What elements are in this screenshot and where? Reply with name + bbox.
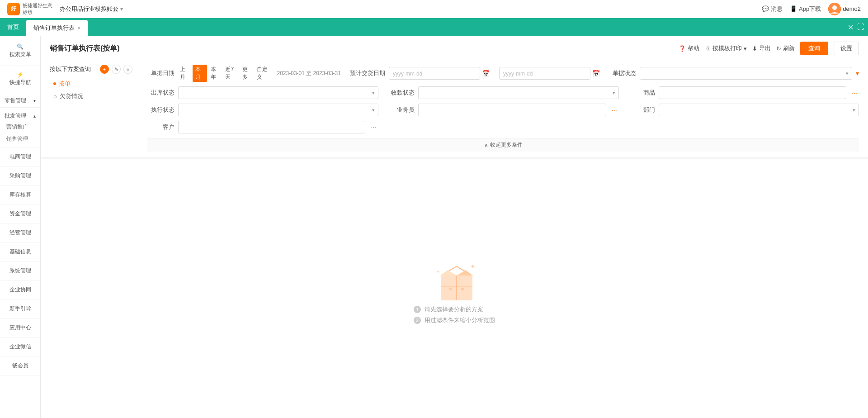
sidebar-item-ecom[interactable]: 电商管理	[0, 149, 40, 164]
app-download-button[interactable]: 📱 App下载	[790, 5, 821, 13]
setting-button[interactable]: 设置	[834, 42, 859, 55]
export-button[interactable]: ⬇ 导出	[752, 44, 771, 52]
sidebar-wholesale-header[interactable]: 批发管理 ▴	[0, 109, 40, 121]
message-button[interactable]: 💬 消息	[762, 5, 783, 13]
outstatus-select-wrapper	[178, 86, 378, 99]
tab-close-all-button[interactable]: ✕	[848, 23, 854, 32]
date-shortcuts: 上月 本月 本年 近7天 更多 自定义	[178, 65, 273, 82]
salesman-picker-button[interactable]: ···	[610, 106, 619, 114]
expected-date-label: 预计交货日期	[350, 69, 385, 77]
calendar-from-icon[interactable]: 📅	[482, 70, 490, 77]
sidebar-search-button[interactable]: 🔍 搜索菜单	[5, 40, 36, 62]
goods-picker-button[interactable]: ···	[850, 89, 859, 96]
status-select[interactable]	[640, 67, 852, 80]
filter-field-expected-date: 预计交货日期 📅 — 📅	[350, 67, 600, 80]
scheme-item-按单[interactable]: 按单	[50, 77, 132, 90]
empty-state: ✦ ✦ 1 请先选择要分析的方案 2 用过滤条件来缩小分析范围	[414, 253, 495, 324]
execstatus-select-wrapper	[178, 104, 378, 116]
print-button[interactable]: 🖨 按模板打印 ▾	[705, 44, 747, 52]
sidebar-item-finance[interactable]: 资金管理	[0, 206, 40, 221]
tab-bar-actions: ✕ ⛶	[848, 23, 864, 32]
customer-label: 客户	[147, 123, 175, 131]
date-shortcut-7days[interactable]: 近7天	[223, 65, 239, 82]
user-area[interactable]: demo2	[828, 3, 861, 15]
sidebar-member-section: 畅会员	[0, 356, 40, 375]
top-bar-right: 💬 消息 📱 App下载 demo2	[762, 3, 861, 15]
sidebar-item-system[interactable]: 系统管理	[0, 263, 40, 278]
message-icon: 💬	[762, 5, 769, 12]
goods-label: 商品	[628, 89, 655, 97]
breadcrumb: 办公用品行业模拟账套 ▾	[60, 5, 123, 13]
sidebar-enterprise-section: 企业协同	[0, 280, 40, 299]
sidebar-item-newbie[interactable]: 新手引导	[0, 301, 40, 316]
scheme-item-欠货情况[interactable]: ○ 欠货情况	[50, 90, 132, 103]
edit-scheme-button[interactable]: ✎	[112, 65, 121, 74]
top-bar: 好 畅捷通好生意 标版 办公用品行业模拟账套 ▾ 💬 消息 📱 App下载 de…	[0, 0, 868, 18]
sidebar-operation-section: 经营管理	[0, 223, 40, 242]
filter-left-actions: + ✎ «	[100, 65, 132, 74]
refresh-button[interactable]: ↻ 刷新	[776, 44, 795, 52]
date-shortcut-more[interactable]: 更多	[241, 65, 253, 82]
date-shortcut-last-month[interactable]: 上月	[178, 65, 191, 82]
sidebar-item-purchase[interactable]: 采购管理	[0, 168, 40, 183]
tab-sales-order[interactable]: 销售订单执行表 ×	[26, 20, 88, 36]
receipt-select[interactable]	[418, 86, 618, 99]
sidebar-newbie-section: 新手引导	[0, 299, 40, 318]
tab-home[interactable]: 首页	[0, 18, 26, 36]
sidebar-item-enterprise[interactable]: 企业协同	[0, 282, 40, 297]
date-shortcut-custom[interactable]: 自定义	[255, 65, 272, 82]
quick-nav-icon: ⚡	[17, 71, 24, 78]
chevron-down-icon: ▾	[33, 98, 36, 103]
expected-date-from[interactable]	[389, 67, 480, 80]
status-select-wrapper	[640, 67, 852, 80]
sidebar-item-appcenter[interactable]: 应用中心	[0, 320, 40, 335]
user-name: demo2	[843, 5, 861, 12]
filter-right-panel: 单据日期 上月 本月 本年 近7天 更多 自定义 2023-03-01 至 20…	[140, 65, 859, 152]
active-scheme-indicator	[53, 82, 56, 85]
sidebar-item-inventory[interactable]: 库存核算	[0, 187, 40, 202]
date-shortcut-this-month[interactable]: 本月	[193, 65, 207, 82]
execstatus-select[interactable]	[178, 104, 378, 116]
sidebar-wholesale-section: 批发管理 ▴ 营销推广 销售管理	[0, 108, 40, 147]
tab-expand-button[interactable]: ⛶	[857, 23, 864, 32]
help-button[interactable]: ❓ 帮助	[679, 44, 699, 52]
sidebar-item-basic[interactable]: 基础信息	[0, 244, 40, 259]
dept-select[interactable]	[659, 104, 859, 116]
svg-point-5	[449, 288, 452, 290]
filter-field-customer: 客户 ···	[147, 121, 378, 133]
filter-field-receipt: 收款状态	[387, 86, 618, 99]
customer-input[interactable]	[178, 121, 365, 133]
date-shortcut-this-year[interactable]: 本年	[209, 65, 222, 82]
sidebar-item-marketing[interactable]: 营销推广	[0, 121, 40, 133]
content-area: 销售订单执行表(按单) ❓ 帮助 🖨 按模板打印 ▾ ⬇ 导出 ↻ 刷新	[41, 36, 868, 418]
sidebar-retail-header[interactable]: 零售管理 ▾	[0, 94, 40, 105]
expected-date-to[interactable]	[499, 67, 590, 80]
sidebar-item-wechat[interactable]: 企业微信	[0, 339, 40, 354]
sidebar-ecom-section: 电商管理	[0, 147, 40, 166]
filter-row-1: 单据日期 上月 本月 本年 近7天 更多 自定义 2023-03-01 至 20…	[147, 65, 859, 82]
tab-close-button[interactable]: ×	[77, 25, 80, 31]
calendar-to-icon[interactable]: 📅	[592, 70, 600, 77]
query-button[interactable]: 查询	[800, 42, 828, 55]
sidebar-search-area: 🔍 搜索菜单	[0, 36, 40, 66]
sidebar-item-member[interactable]: 畅会员	[0, 358, 40, 373]
collapse-scheme-button[interactable]: «	[123, 65, 132, 74]
sidebar-item-sales[interactable]: 销售管理	[0, 133, 40, 145]
goods-input[interactable]	[659, 86, 847, 99]
app-icon: 📱	[790, 5, 797, 12]
filter-field-goods: 商品 ···	[628, 86, 859, 99]
receipt-select-wrapper	[418, 86, 618, 99]
sidebar-purchase-section: 采购管理	[0, 166, 40, 185]
collapse-bar[interactable]: ∧ 收起更多条件	[147, 138, 859, 152]
print-dropdown-icon: ▾	[744, 45, 747, 52]
sidebar-item-operation[interactable]: 经营管理	[0, 225, 40, 240]
add-scheme-button[interactable]: +	[100, 65, 109, 74]
customer-picker-button[interactable]: ···	[369, 124, 378, 131]
empty-tip-2: 2 用过滤条件来缩小分析范围	[414, 316, 495, 324]
svg-text:✦: ✦	[436, 269, 440, 274]
outstatus-select[interactable]	[178, 86, 378, 99]
scheme-icon: ○	[53, 93, 57, 100]
receipt-label: 收款状态	[387, 89, 415, 97]
salesman-input[interactable]	[418, 104, 606, 116]
sidebar-item-quick-nav[interactable]: ⚡ 快捷导航	[0, 68, 40, 90]
